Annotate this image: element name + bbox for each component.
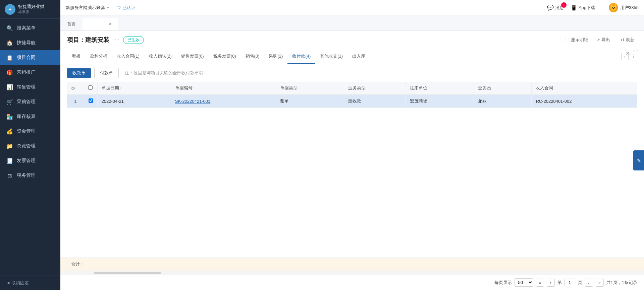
cell-number[interactable]: SK-20220421-001: [171, 95, 276, 108]
page-summary: 共1页，1条记录: [606, 280, 637, 286]
receipt-button[interactable]: 收款单: [67, 68, 91, 78]
table-area: 收款单 付款单 注：这里是与项目关联的全部收付款单哦～ ⚙ 单据日期 单据编号 …: [60, 64, 644, 290]
right-float-button[interactable]: ✎: [633, 150, 644, 170]
show-detail-label: 显示明细: [571, 37, 588, 43]
sub-tab-sales[interactable]: 销售(0): [241, 49, 264, 64]
project-title: 项目：建筑安装: [67, 36, 109, 44]
horizontal-scrollbar[interactable]: [60, 271, 644, 275]
home-icon: 🏠: [6, 39, 13, 47]
sidebar: ✦ 畅捷通好业财 标准版 🔍 搜索菜单 🏠 快捷导航 📋 项目合同 🎁 营销推广…: [0, 0, 60, 290]
project-header: 项目：建筑安装 ··· 已生效 显示明细 ↗ 导出 ↺ 刷新: [60, 31, 644, 49]
table-controls: 收款单 付款单 注：这里是与项目关联的全部收付款单哦～: [60, 64, 644, 82]
first-page-button[interactable]: «: [536, 279, 544, 287]
col-type[interactable]: 单据类型: [276, 82, 344, 95]
sub-tab-tax-invoice[interactable]: 税务发票(0): [209, 49, 241, 64]
topbar: 新服务官网演示账套 ▼ 🛡 已认证 💬 消息 1 📱 App下载 🐱 用户335…: [60, 0, 644, 15]
table-row[interactable]: 1 2022-04-21 SK-20220421-001 蓝单 应收款 宏茂商场…: [67, 95, 637, 108]
close-window-icon[interactable]: ✕: [626, 50, 630, 57]
sidebar-unpin-label: ◄ 取消固定: [6, 280, 29, 286]
sub-tab-kanban[interactable]: 看板: [67, 49, 85, 64]
sidebar-item-tax-label: 税务管理: [17, 172, 36, 178]
sidebar-item-search[interactable]: 🔍 搜索菜单: [0, 21, 60, 35]
show-detail-input[interactable]: [565, 38, 569, 42]
prev-page-button[interactable]: ‹: [547, 279, 555, 287]
last-page-button[interactable]: »: [596, 279, 604, 287]
sidebar-item-tax[interactable]: ⚖ 税务管理: [0, 168, 60, 183]
col-number[interactable]: 单据编号: [171, 82, 276, 95]
sidebar-item-contract[interactable]: 📋 项目合同: [0, 50, 60, 65]
refresh-button[interactable]: ↺ 刷新: [618, 35, 637, 44]
user-avatar: 🐱: [609, 3, 618, 12]
purchase-icon: 🛒: [6, 98, 13, 105]
payment-button[interactable]: 付款单: [94, 68, 119, 78]
select-all-checkbox[interactable]: [88, 85, 93, 90]
total-label: 合计：: [71, 262, 84, 267]
account-selector[interactable]: 新服务官网演示账套 ▼: [66, 5, 110, 11]
page-label: 第: [557, 280, 562, 286]
sidebar-item-quicknav[interactable]: 🏠 快捷导航: [0, 35, 60, 50]
sidebar-item-funds-label: 资金管理: [17, 128, 36, 134]
edit-float-icon: ✎: [637, 157, 641, 164]
sidebar-item-search-label: 搜索菜单: [17, 25, 36, 31]
sidebar-item-marketing[interactable]: 🎁 营销推广: [0, 65, 60, 80]
sub-tab-other[interactable]: 其他收支(1): [315, 49, 347, 64]
table-note: 注：这里是与项目关联的全部收付款单哦～: [125, 70, 208, 76]
sidebar-item-sales[interactable]: 📊 销售管理: [0, 80, 60, 94]
tab-close-icon[interactable]: ✕: [109, 22, 112, 26]
scrollbar-thumb[interactable]: [94, 272, 161, 274]
tab-home[interactable]: 首页: [60, 18, 83, 30]
sidebar-item-inventory[interactable]: 🏪 库存核算: [0, 109, 60, 124]
col-contract[interactable]: 收入合同: [532, 82, 637, 95]
sidebar-item-invoice[interactable]: 🧾 发票管理: [0, 153, 60, 168]
sub-tab-warehouse[interactable]: 出入库: [347, 49, 370, 64]
message-button[interactable]: 💬 消息 1: [547, 4, 564, 11]
app-edition: 标准版: [18, 9, 44, 14]
sidebar-item-ledger[interactable]: 📁 总账管理: [0, 139, 60, 153]
doc-number-link[interactable]: SK-20220421-001: [175, 99, 211, 104]
col-partner[interactable]: 往来单位: [406, 82, 474, 95]
sub-tab-payment[interactable]: 收付款(4): [287, 49, 315, 64]
app-name: 畅捷通好业财: [18, 4, 44, 10]
app-download-button[interactable]: 📱 App下载: [571, 4, 595, 11]
sub-tab-income-confirm[interactable]: 收入确认(2): [144, 49, 176, 64]
col-salesperson[interactable]: 业务员: [474, 82, 532, 95]
show-detail-checkbox[interactable]: 显示明细: [565, 37, 588, 43]
app-download-label: App下载: [579, 5, 595, 11]
sub-tab-purchase[interactable]: 采购(2): [264, 49, 287, 64]
tab-project-board[interactable]: 项目看板 ✕: [83, 18, 118, 30]
user-label: 用户3355: [620, 5, 639, 11]
sub-tab-sales-invoice[interactable]: 销售发票(0): [176, 49, 209, 64]
page-size-select[interactable]: 50 20 100: [515, 278, 533, 287]
funds-icon: 💰: [6, 128, 13, 135]
col-biz-type: 业务类型: [344, 82, 406, 95]
col-date[interactable]: 单据日期: [97, 82, 171, 95]
account-name: 新服务官网演示账套: [66, 5, 105, 11]
sidebar-unpin-button[interactable]: ◄ 取消固定: [0, 276, 60, 290]
sidebar-item-contract-label: 项目合同: [17, 55, 36, 61]
col-checkbox: [84, 82, 97, 95]
next-page-button[interactable]: ›: [585, 279, 593, 287]
page-size-label: 每页显示: [494, 280, 512, 286]
col-gear[interactable]: ⚙: [67, 82, 84, 95]
sidebar-item-invoice-label: 发票管理: [17, 158, 36, 164]
export-button[interactable]: ↗ 导出: [594, 35, 613, 44]
sidebar-item-funds[interactable]: 💰 资金管理: [0, 124, 60, 139]
sales-icon: 📊: [6, 83, 13, 91]
invoice-icon: 🧾: [6, 157, 13, 164]
cell-checkbox[interactable]: [84, 95, 97, 108]
sub-tab-profit[interactable]: 盈利分析: [85, 49, 112, 64]
user-menu[interactable]: 🐱 用户3355: [609, 3, 639, 12]
sidebar-item-purchase[interactable]: 🛒 采购管理: [0, 94, 60, 109]
phone-icon: 📱: [571, 4, 577, 11]
sidebar-logo: ✦ 畅捷通好业财 标准版: [0, 0, 60, 19]
sub-tab-income-contract[interactable]: 收入合同(1): [112, 49, 144, 64]
col-type-label: 单据类型: [280, 85, 298, 90]
content-area: ✕ ⛶ 项目：建筑安装 ··· 已生效 显示明细 ↗ 导出 ↺: [60, 31, 644, 290]
maximize-window-icon[interactable]: ⛶: [633, 50, 639, 57]
project-more-icon[interactable]: ···: [115, 37, 119, 43]
account-chevron-icon: ▼: [106, 6, 110, 9]
sidebar-item-inventory-label: 库存核算: [17, 114, 36, 120]
page-input[interactable]: [565, 279, 575, 286]
col-salesperson-label: 业务员: [478, 85, 491, 90]
row-checkbox[interactable]: [89, 98, 93, 103]
